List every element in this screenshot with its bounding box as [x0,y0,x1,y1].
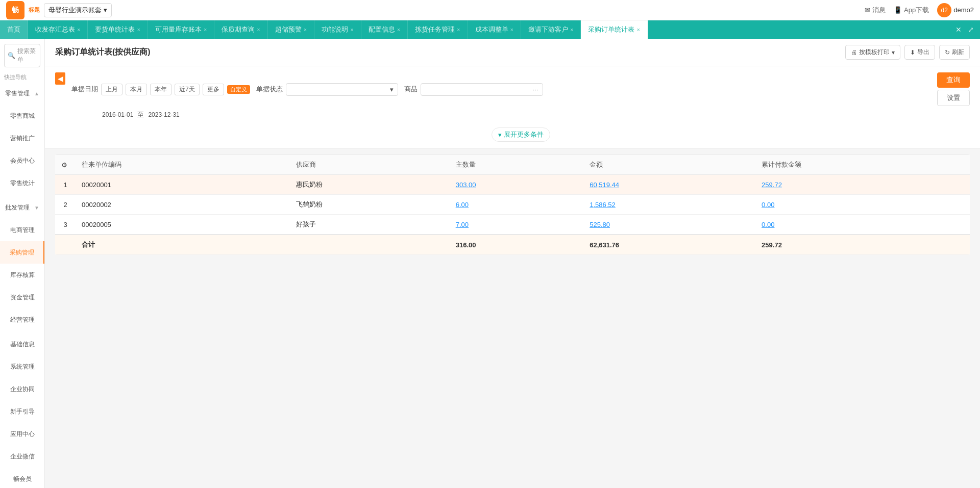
page-header: 采购订单统计表(按供应商) 🖨 按模板打印 ▾ ⬇ 导出 ↻ 刷新 [45,39,980,66]
tab-close-icon[interactable]: × [77,27,80,33]
settings-btn[interactable]: 设置 [937,90,970,106]
nav-tabs: 首页 收发存汇总表 × 要货单统计表 × 可用量库存账本 × 保质期查询 × 超… [0,20,980,39]
tab-collect-summary[interactable]: 收发存汇总表 × [28,20,88,39]
tab-overstock[interactable]: 超储预警 × [268,20,314,39]
row-amount[interactable]: 60,519.44 [583,175,755,195]
table-row: 3 00020005 好孩子 7.00 525.80 0.00 [55,215,970,235]
sidebar-item-newbie-label: 新手引导 [10,407,35,416]
sum-amount: 62,631.76 [583,235,755,255]
tab-close-icon[interactable]: × [137,27,140,33]
top-bar-right: ✉ 消息 📱 App下载 d2 demo2 [865,3,974,17]
sidebar: 🔍 搜索菜单 快捷导航 零售管理 ▲ 零售商城 营销推广 会员中心 零售统计 批… [0,39,45,488]
expand-more-btn[interactable]: ▾ 展开更多条件 [492,127,550,142]
tab-cost-adjust[interactable]: 成本调整单 × [468,20,521,39]
messages-btn[interactable]: ✉ 消息 [865,6,886,15]
app-download-btn[interactable]: 📱 App下载 [894,6,929,15]
row-qty[interactable]: 303.00 [450,175,583,195]
tab-home[interactable]: 首页 [0,20,28,39]
query-btn[interactable]: 查询 [937,72,970,88]
tab-close-icon[interactable]: × [570,27,573,33]
sidebar-item-retail-store[interactable]: 零售商城 [0,105,44,127]
close-all-tabs-btn[interactable]: ✕ [953,24,964,35]
chevron-up-icon: ▲ [34,91,39,96]
sidebar-item-finance[interactable]: 资金管理 [0,286,44,309]
brand-label: 标题 [29,6,40,14]
template-print-btn[interactable]: 🖨 按模板打印 ▾ [845,45,900,60]
sidebar-item-system[interactable]: 系统管理 [0,355,44,378]
sidebar-item-basic[interactable]: 基础信息 [0,333,44,355]
sidebar-item-newbie[interactable]: 新手引导 [0,400,44,423]
tab-close-icon[interactable]: × [350,27,353,33]
download-icon: 📱 [894,6,902,14]
workspace-selector[interactable]: 母婴行业演示账套 ▾ [44,3,112,17]
tab-close-icon[interactable]: × [457,27,460,33]
tab-close-icon[interactable]: × [397,27,400,33]
row-paid[interactable]: 0.00 [755,215,970,235]
sidebar-item-purchase[interactable]: 采购管理 [0,241,44,264]
row-amount[interactable]: 525.80 [583,215,755,235]
tab-pick-task[interactable]: 拣货任务管理 × [408,20,468,39]
tab-purchase-summary[interactable]: 采购订单统计表 × [581,20,647,39]
tab-label: 采购订单统计表 [588,25,634,34]
tab-config[interactable]: 配置信息 × [361,20,408,39]
tab-close-icon[interactable]: × [636,27,640,33]
chevron-down-icon: ▾ [390,86,394,93]
sidebar-item-enterprise-label: 企业协同 [10,385,35,394]
avatar: d2 [937,3,951,17]
tab-expiry-query[interactable]: 保质期查询 × [214,20,267,39]
sidebar-item-wechat[interactable]: 企业微信 [0,445,44,468]
sidebar-item-inventory[interactable]: 库存核算 [0,264,44,286]
sidebar-item-vip[interactable]: 畅会员 [0,468,44,488]
tab-label: 功能说明 [322,25,348,34]
filter-toggle-btn[interactable]: ◀ [55,72,65,85]
tab-order-stats[interactable]: 要货单统计表 × [88,20,148,39]
date-btn-7days[interactable]: 近7天 [175,84,200,95]
sidebar-item-retail[interactable]: 零售管理 ▲ [0,82,44,105]
sidebar-item-retail-store-label: 零售商城 [10,112,35,120]
sidebar-item-member[interactable]: 会员中心 [0,149,44,172]
row-paid[interactable]: 0.00 [755,195,970,215]
tab-close-icon[interactable]: × [304,27,307,33]
date-btn-more[interactable]: 更多 [203,84,224,95]
sidebar-item-appstore[interactable]: 应用中心 [0,423,44,445]
col-settings-icon[interactable]: ⚙ [55,155,76,175]
message-icon: ✉ [865,6,870,14]
user-profile[interactable]: d2 demo2 [937,3,974,17]
custom-date-tag[interactable]: 自定义 [227,85,250,94]
sidebar-item-basic-label: 基础信息 [10,340,35,349]
date-btn-last-month[interactable]: 上月 [101,84,122,95]
status-select[interactable]: ▾ [286,83,398,96]
refresh-btn[interactable]: ↻ 刷新 [939,45,970,60]
row-qty[interactable]: 7.00 [450,215,583,235]
maximize-btn[interactable]: ⤢ [966,24,976,35]
row-qty[interactable]: 6.00 [450,195,583,215]
refresh-icon: ↻ [945,49,950,56]
date-separator: 至 [137,110,144,119]
row-amount[interactable]: 1,586.52 [583,195,755,215]
date-btn-this-month[interactable]: 本月 [126,84,147,95]
content-area: 采购订单统计表(按供应商) 🖨 按模板打印 ▾ ⬇ 导出 ↻ 刷新 [45,39,980,488]
tab-inventory-book[interactable]: 可用量库存账本 × [148,20,214,39]
row-paid[interactable]: 259.72 [755,175,970,195]
tab-close-icon[interactable]: × [204,27,207,33]
app-download-label: App下载 [904,6,929,15]
date-btn-this-year[interactable]: 本年 [150,84,172,95]
export-btn[interactable]: ⬇ 导出 [904,45,935,60]
sidebar-item-enterprise[interactable]: 企业协同 [0,378,44,400]
search-menu-btn[interactable]: 🔍 搜索菜单 [4,44,40,67]
sidebar-item-appstore-label: 应用中心 [10,430,35,439]
sidebar-item-ecom[interactable]: 电商管理 [0,219,44,241]
col-paid-header: 累计付款金额 [755,155,970,175]
sidebar-item-marketing[interactable]: 营销推广 [0,127,44,149]
print-icon: 🖨 [851,49,857,56]
tab-close-icon[interactable]: × [510,27,513,33]
sidebar-item-retail-stats[interactable]: 零售统计 [0,172,44,194]
sidebar-item-ops[interactable]: 经营管理 [0,309,44,331]
filter-date-item: 单据日期 上月 本月 本年 近7天 更多 自定义 [71,84,250,95]
filter-product-label: 商品 [404,85,418,94]
tab-invite-downstream[interactable]: 邀请下游客户 × [521,20,581,39]
sidebar-item-wholesale[interactable]: 批发管理 ▼ [0,196,44,219]
tab-close-icon[interactable]: × [257,27,260,33]
tab-func-desc[interactable]: 功能说明 × [314,20,361,39]
product-select[interactable]: ··· [421,83,543,96]
